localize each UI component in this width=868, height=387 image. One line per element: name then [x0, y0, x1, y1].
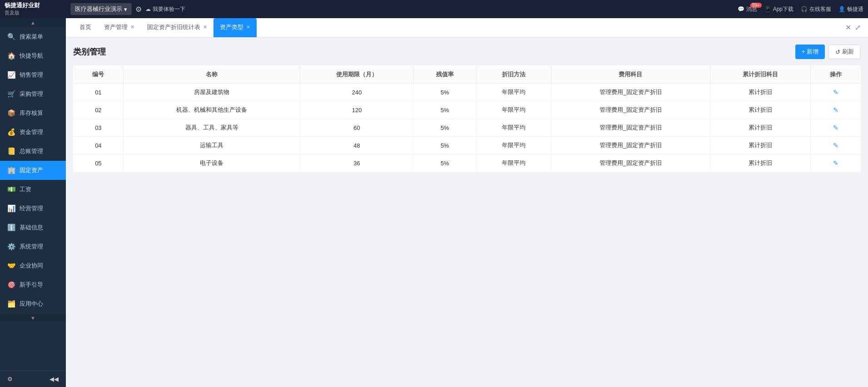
- tab-bar: 首页 资产管理 ✕ 固定资产折旧统计表 ✕ 资产类型 ✕ ✕ ⤢: [66, 18, 868, 37]
- sidebar-item-inventory[interactable]: 📦 库存核算: [0, 104, 66, 123]
- cell-action-1[interactable]: ✎: [811, 101, 861, 119]
- tab-home[interactable]: 首页: [73, 18, 98, 37]
- edit-icon-1[interactable]: ✎: [833, 106, 838, 114]
- sidebar-item-system[interactable]: ⚙️ 系统管理: [0, 237, 66, 256]
- cell-expense-1: 管理费用_固定资产折旧: [551, 101, 710, 119]
- capital-icon: 💰: [7, 128, 16, 136]
- cell-expense-2: 管理费用_固定资产折旧: [551, 119, 710, 137]
- sidebar-item-sales[interactable]: 📈 销售管理: [0, 65, 66, 84]
- edit-icon-3[interactable]: ✎: [833, 142, 838, 149]
- phone-icon: 📱: [764, 6, 771, 12]
- sidebar-label-operation: 经营管理: [20, 204, 43, 213]
- sidebar-item-enterprise[interactable]: 🤝 企业协同: [0, 256, 66, 275]
- cell-action-4[interactable]: ✎: [811, 154, 861, 172]
- sidebar-item-app-center[interactable]: 🗂️ 应用中心: [0, 294, 66, 313]
- sidebar-scroll-up[interactable]: ▲: [0, 18, 66, 27]
- tab-close-window-icon[interactable]: ✕: [845, 23, 851, 32]
- tab-depreciation-label: 固定资产折旧统计表: [147, 23, 200, 31]
- demo-label: 医疗器械行业演示: [75, 5, 122, 13]
- inventory-icon: 📦: [7, 109, 16, 117]
- sidebar-label-system: 系统管理: [20, 243, 43, 251]
- cell-id-4[interactable]: 05: [74, 154, 124, 172]
- cell-name-4: 电子设备: [123, 154, 300, 172]
- cell-name-0: 房屋及建筑物: [123, 84, 300, 101]
- table-row: 02 机器、机械和其他生产设备 120 5% 年限平均 管理费用_固定资产折旧 …: [74, 101, 861, 119]
- tab-asset-mgmt[interactable]: 资产管理 ✕: [98, 18, 141, 37]
- message-icon: 💬: [738, 6, 744, 12]
- app-download-button[interactable]: 📱 App下载: [764, 5, 794, 13]
- cell-action-2[interactable]: ✎: [811, 119, 861, 137]
- table-row: 04 运输工具 48 5% 年限平均 管理费用_固定资产折旧 累计折旧 ✎: [74, 137, 861, 154]
- sidebar-label-fixed-assets: 固定资产: [20, 166, 43, 174]
- refresh-label: 刷新: [842, 48, 854, 56]
- tab-asset-type-close[interactable]: ✕: [246, 24, 250, 30]
- user-button[interactable]: 👤 畅捷通: [838, 5, 863, 13]
- payroll-icon: 💵: [7, 185, 16, 194]
- purchase-icon: 🛒: [7, 90, 16, 98]
- message-button[interactable]: 💬 消息 99+: [738, 5, 757, 13]
- tab-expand-icon[interactable]: ⤢: [855, 23, 861, 32]
- cell-method-1: 年限平均: [476, 101, 551, 119]
- cell-id-2[interactable]: 03: [74, 119, 124, 137]
- cell-method-3: 年限平均: [476, 137, 551, 154]
- app-edition: 普及版: [5, 10, 70, 16]
- sidebar-label-search: 搜索菜单: [20, 33, 43, 41]
- col-header-method: 折旧方法: [476, 66, 551, 84]
- sidebar-settings-icon[interactable]: ⚙: [7, 376, 13, 382]
- sidebar-item-guide[interactable]: 🎯 新手引导: [0, 275, 66, 294]
- cell-residual-0: 5%: [413, 84, 476, 101]
- tab-asset-type-label: 资产类型: [220, 23, 243, 31]
- sidebar-label-guide: 新手引导: [20, 281, 43, 289]
- edit-icon-4[interactable]: ✎: [833, 159, 838, 167]
- tab-asset-mgmt-label: 资产管理: [104, 23, 128, 31]
- cell-expense-4: 管理费用_固定资产折旧: [551, 154, 710, 172]
- cell-id-0[interactable]: 01: [74, 84, 124, 101]
- ledger-icon: 📒: [7, 147, 16, 155]
- refresh-button[interactable]: ↺ 刷新: [828, 45, 861, 59]
- sidebar-item-ledger[interactable]: 📒 总账管理: [0, 142, 66, 161]
- user-label: 畅捷通: [847, 5, 863, 13]
- tab-asset-type[interactable]: 资产类型 ✕: [213, 18, 257, 37]
- cell-method-4: 年限平均: [476, 154, 551, 172]
- sidebar-item-payroll[interactable]: 💵 工资: [0, 180, 66, 199]
- cell-residual-4: 5%: [413, 154, 476, 172]
- cell-id-3[interactable]: 04: [74, 137, 124, 154]
- cell-residual-2: 5%: [413, 119, 476, 137]
- sidebar-item-quick-nav[interactable]: 🏠 快捷导航: [0, 46, 66, 65]
- experience-button[interactable]: ☁ 我要体验一下: [145, 5, 185, 13]
- tab-depreciation-table[interactable]: 固定资产折旧统计表 ✕: [141, 18, 213, 37]
- sidebar-item-fixed-assets[interactable]: 🏢 固定资产: [0, 161, 66, 180]
- demo-dropdown[interactable]: 医疗器械行业演示 ▾: [70, 3, 132, 15]
- sidebar-label-purchase: 采购管理: [20, 90, 43, 98]
- sidebar-bottom: ⚙ ◀◀: [0, 371, 66, 387]
- table-header: 编号 名称 使用期限（月） 残值率 折旧方法 费用科目 累计折旧科目 操作: [74, 66, 861, 84]
- table-row: 03 器具、工具、家具等 60 5% 年限平均 管理费用_固定资产折旧 累计折旧…: [74, 119, 861, 137]
- tab-asset-mgmt-close[interactable]: ✕: [130, 24, 134, 30]
- tab-home-label: 首页: [79, 23, 91, 31]
- sidebar-item-search[interactable]: 🔍 搜索菜单: [0, 27, 66, 46]
- sales-icon: 📈: [7, 71, 16, 79]
- sidebar-collapse-icon[interactable]: ◀◀: [50, 376, 59, 382]
- cell-id-1[interactable]: 02: [74, 101, 124, 119]
- cell-duration-4: 36: [300, 154, 414, 172]
- cell-name-2: 器具、工具、家具等: [123, 119, 300, 137]
- sidebar-scroll-down[interactable]: ▼: [0, 313, 66, 322]
- new-button[interactable]: + 新增: [795, 45, 825, 59]
- edit-icon-0[interactable]: ✎: [833, 89, 838, 96]
- cell-action-3[interactable]: ✎: [811, 137, 861, 154]
- fixed-assets-icon: 🏢: [7, 166, 16, 174]
- sidebar-item-basic-info[interactable]: ℹ️ 基础信息: [0, 218, 66, 237]
- cell-residual-1: 5%: [413, 101, 476, 119]
- cell-action-0[interactable]: ✎: [811, 84, 861, 101]
- online-service-button[interactable]: 🎧 在线客服: [801, 5, 831, 13]
- tab-controls: ✕ ⤢: [845, 23, 861, 32]
- edit-icon-2[interactable]: ✎: [833, 124, 838, 131]
- home-icon: 🏠: [7, 52, 16, 60]
- tab-depreciation-close[interactable]: ✕: [203, 24, 207, 30]
- settings-icon[interactable]: ⚙: [135, 5, 142, 14]
- app-center-icon: 🗂️: [7, 300, 16, 308]
- sidebar-item-capital[interactable]: 💰 资金管理: [0, 123, 66, 142]
- sidebar-label-quick-nav: 快捷导航: [20, 52, 43, 60]
- sidebar-item-operation[interactable]: 📊 经营管理: [0, 199, 66, 218]
- sidebar-item-purchase[interactable]: 🛒 采购管理: [0, 84, 66, 104]
